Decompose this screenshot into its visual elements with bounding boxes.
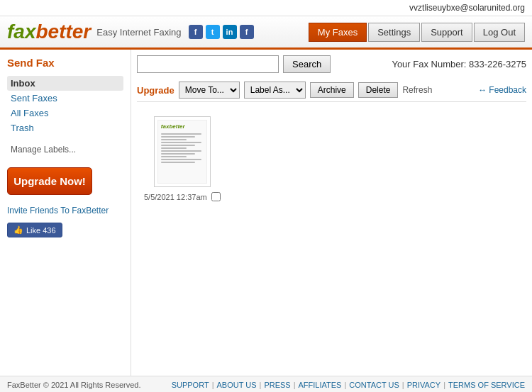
fax-line <box>161 150 201 152</box>
inbox-link[interactable]: Inbox <box>11 78 35 89</box>
footer-support-link[interactable]: SUPPORT <box>172 381 209 389</box>
trash-link[interactable]: Trash <box>11 123 34 133</box>
logout-nav[interactable]: Log Out <box>474 23 525 42</box>
fax-number: Your Fax Number: 833-226-3275 <box>392 59 526 69</box>
footer-copyright: FaxBetter © 2021 All Rights Reserved. <box>7 381 140 389</box>
fax-thumbnail[interactable]: faxbetter <box>154 116 211 187</box>
sidebar: Send Fax Inbox Sent Faxes All Faxes Tras… <box>0 50 131 376</box>
footer-links: SUPPORT | ABOUT US | PRESS | AFFILIATES … <box>172 381 525 389</box>
logo-fax: fax <box>7 21 35 43</box>
my-faxes-nav[interactable]: My Faxes <box>309 23 367 42</box>
feedback-label: Feedback <box>489 85 526 95</box>
fax-line <box>161 153 195 155</box>
fax-line <box>161 159 201 160</box>
logo-better: better <box>35 21 91 43</box>
footer-privacy-link[interactable]: PRIVACY <box>407 381 440 389</box>
like-button[interactable]: 👍 Like 436 <box>7 223 62 237</box>
manage-labels[interactable]: Manage Labels... <box>7 142 123 157</box>
twitter-icon[interactable]: t <box>206 25 220 39</box>
sidebar-item-inbox[interactable]: Inbox <box>7 76 123 91</box>
nav-buttons: My Faxes Settings Support Log Out <box>309 23 525 42</box>
upgrade-label: Upgrade <box>137 85 174 96</box>
refresh-button[interactable]: Refresh <box>402 85 432 95</box>
send-fax-link[interactable]: Send Fax <box>7 57 123 69</box>
logo: faxbetter <box>7 21 91 43</box>
fax-timestamp: 5/5/2021 12:37am <box>144 193 207 201</box>
facebook-icon[interactable]: f <box>189 25 203 39</box>
footer-contact-link[interactable]: CONTACT US <box>349 381 399 389</box>
fax-thumbnail-inner: faxbetter <box>157 120 207 184</box>
fax-logo-mini: faxbetter <box>161 123 204 130</box>
fax-checkbox[interactable] <box>211 192 221 201</box>
footer-affiliates-link[interactable]: AFFILIATES <box>299 381 342 389</box>
thumbs-up-icon: 👍 <box>13 225 23 235</box>
fax-line <box>161 139 187 140</box>
social-icons: f t in f <box>189 25 254 39</box>
move-to-select[interactable]: Move To... <box>179 82 240 99</box>
fax-line <box>161 156 187 157</box>
fax-line <box>161 142 201 143</box>
like-count: Like 436 <box>26 226 56 235</box>
content-area: Send Fax Inbox Sent Faxes All Faxes Tras… <box>0 50 532 376</box>
feedback-icon: ↔ <box>478 85 487 95</box>
search-bar: Search Your Fax Number: 833-226-3275 <box>137 55 526 73</box>
sent-faxes-link[interactable]: Sent Faxes <box>11 93 57 103</box>
linkedin-icon[interactable]: in <box>223 25 237 39</box>
search-button[interactable]: Search <box>283 55 331 73</box>
fax-line <box>161 147 187 149</box>
main-content: Search Your Fax Number: 833-226-3275 Upg… <box>131 50 532 376</box>
logo-area: faxbetter Easy Internet Faxing f t in f <box>7 21 309 43</box>
delete-button[interactable]: Delete <box>358 82 399 98</box>
settings-nav[interactable]: Settings <box>368 23 420 42</box>
search-input[interactable] <box>137 55 279 73</box>
upgrade-now-button[interactable]: Upgrade Now! <box>7 167 92 195</box>
footer-press-link[interactable]: PRESS <box>264 381 290 389</box>
invite-friends-link[interactable]: Invite Friends To FaxBetter <box>7 206 123 215</box>
tagline: Easy Internet Faxing <box>96 27 181 38</box>
sidebar-item-trash[interactable]: Trash <box>7 121 123 135</box>
fax-line <box>161 136 195 138</box>
all-faxes-link[interactable]: All Faxes <box>11 108 48 118</box>
feedback-link[interactable]: ↔ Feedback <box>478 85 526 95</box>
fax-line <box>161 145 195 146</box>
label-as-select[interactable]: Label As... <box>244 82 306 99</box>
sidebar-nav: Inbox Sent Faxes All Faxes Trash <box>7 76 123 135</box>
support-nav[interactable]: Support <box>421 23 472 42</box>
top-bar: vvztliseuybxe@solarunited.org <box>0 0 532 16</box>
fax-line <box>161 162 195 163</box>
header: faxbetter Easy Internet Faxing f t in f … <box>0 16 532 50</box>
fax-list: faxbetter 5/5/2021 <box>137 109 526 208</box>
toolbar: Upgrade Move To... Label As... Archive D… <box>137 79 526 102</box>
facebook2-icon[interactable]: f <box>240 25 254 39</box>
sidebar-item-sent-faxes[interactable]: Sent Faxes <box>7 91 123 106</box>
footer: FaxBetter © 2021 All Rights Reserved. SU… <box>0 376 532 392</box>
footer-about-link[interactable]: ABOUT US <box>216 381 256 389</box>
footer-tos-link[interactable]: TERMS OF SERVICE <box>448 381 525 389</box>
user-email: vvztliseuybxe@solarunited.org <box>409 3 525 13</box>
sidebar-item-all-faxes[interactable]: All Faxes <box>7 106 123 121</box>
fax-item: faxbetter 5/5/2021 <box>144 116 221 201</box>
fax-line <box>161 133 201 135</box>
archive-button[interactable]: Archive <box>310 82 354 98</box>
